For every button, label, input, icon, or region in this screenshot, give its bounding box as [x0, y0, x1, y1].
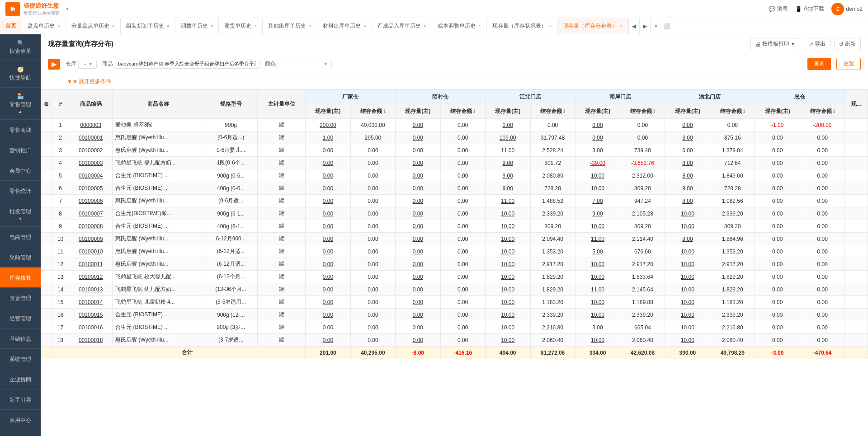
row-f-qty-14[interactable]: 0.00 — [306, 296, 351, 309]
tab-8[interactable]: 产成品入库单历史 × — [372, 18, 432, 34]
row-yb-qty-16[interactable]: 10.00 — [665, 321, 710, 334]
row-code-13[interactable]: 00100013 — [69, 283, 113, 296]
row-v-qty-14[interactable]: 0.00 — [395, 296, 440, 309]
row-na-qty-5[interactable]: 10.00 — [575, 182, 620, 195]
sidebar-item-search[interactable]: 🔍 搜索英单 — [0, 34, 41, 61]
row-na-qty-8[interactable]: 10.00 — [575, 220, 620, 233]
sidebar-item-finance[interactable]: 资金管理 — [0, 288, 41, 308]
tab-7-close[interactable]: × — [363, 23, 366, 28]
row-yb-qty-2[interactable]: 6.00 — [665, 144, 710, 157]
sidebar-item-app-center[interactable]: 应用中心 — [0, 410, 41, 430]
row-na-qty-14[interactable]: 10.00 — [575, 296, 620, 309]
row-f-qty-1[interactable]: 1.00 — [306, 131, 351, 144]
sidebar-item-basic-info[interactable]: 基础信息 — [0, 328, 41, 349]
row-v-qty-10[interactable]: 0.00 — [395, 245, 440, 258]
tab-9-close[interactable]: × — [478, 23, 481, 28]
row-yb-qty-13[interactable]: 10.00 — [665, 283, 710, 296]
row-f-qty-15[interactable]: 0.00 — [306, 309, 351, 321]
sidebar-item-guide[interactable]: 新手引导 — [0, 389, 41, 410]
nav-left-arrow[interactable]: ◀ — [629, 18, 640, 34]
v-amt-info-icon[interactable]: ℹ — [473, 109, 475, 114]
row-yb-qty-3[interactable]: 8.00 — [665, 157, 710, 169]
tab-home[interactable]: 首页 — [0, 18, 22, 34]
row-na-qty-1[interactable]: 0.00 — [575, 131, 620, 144]
row-f-qty-2[interactable]: 0.00 — [306, 144, 351, 157]
product-input[interactable] — [115, 60, 259, 69]
row-yb-qty-0[interactable]: 0.00 — [665, 119, 710, 131]
row-v-qty-7[interactable]: 0.00 — [395, 207, 440, 220]
tab-4-close[interactable]: × — [211, 23, 213, 28]
row-jb-qty-12[interactable]: 10.00 — [485, 271, 530, 283]
row-v-qty-3[interactable]: 0.00 — [395, 157, 440, 169]
sidebar-item-wholesale[interactable]: 批发管理 ▼ — [0, 201, 41, 227]
row-jb-qty-3[interactable]: 9.00 — [485, 157, 530, 169]
row-na-qty-0[interactable]: 0.00 — [575, 119, 620, 131]
row-jb-qty-5[interactable]: 9.00 — [485, 182, 530, 195]
row-code-7[interactable]: 00100007 — [69, 207, 113, 220]
row-na-qty-10[interactable]: 5.00 — [575, 245, 620, 258]
nav-expand[interactable]: ⬜ — [661, 18, 672, 34]
sidebar-item-inventory[interactable]: 库存核算 — [0, 267, 41, 288]
row-f-qty-3[interactable]: 0.00 — [306, 157, 351, 169]
t-amt-info-icon[interactable]: ℹ — [833, 109, 835, 114]
row-jb-qty-6[interactable]: 11.00 — [485, 195, 530, 207]
query-btn[interactable]: 查询 — [807, 58, 831, 70]
sidebar-item-purchase[interactable]: 采购管理 — [0, 247, 41, 267]
row-yb-qty-7[interactable]: 10.00 — [665, 207, 710, 220]
row-f-qty-10[interactable]: 0.00 — [306, 245, 351, 258]
row-na-qty-7[interactable]: 9.00 — [575, 207, 620, 220]
row-f-qty-5[interactable]: 0.00 — [306, 182, 351, 195]
app-download-btn[interactable]: 📱 App下载 — [795, 5, 824, 13]
row-jb-qty-16[interactable]: 10.00 — [485, 321, 530, 334]
row-na-qty-15[interactable]: 10.00 — [575, 309, 620, 321]
nav-close-all[interactable]: × — [651, 18, 661, 34]
row-v-qty-9[interactable]: 0.00 — [395, 233, 440, 245]
row-v-qty-13[interactable]: 0.00 — [395, 283, 440, 296]
tab-1[interactable]: 盘点单历史 × — [22, 18, 66, 34]
row-v-qty-2[interactable]: 0.00 — [395, 144, 440, 157]
row-na-qty-9[interactable]: 11.00 — [575, 233, 620, 245]
row-yb-qty-1[interactable]: 3.00 — [665, 131, 710, 144]
row-jb-qty-7[interactable]: 10.00 — [485, 207, 530, 220]
row-yb-qty-12[interactable]: 10.00 — [665, 271, 710, 283]
row-v-qty-8[interactable]: 0.00 — [395, 220, 440, 233]
row-jb-qty-13[interactable]: 10.00 — [485, 283, 530, 296]
row-code-3[interactable]: 00100003 — [69, 157, 113, 169]
row-code-9[interactable]: 00100009 — [69, 233, 113, 245]
row-yb-qty-9[interactable]: 9.00 — [665, 233, 710, 245]
f-amt-info-icon[interactable]: ℹ — [384, 109, 386, 114]
row-yb-qty-10[interactable]: 10.00 — [665, 245, 710, 258]
row-na-qty-13[interactable]: 11.00 — [575, 283, 620, 296]
sidebar-item-online-store[interactable]: 零售商城 — [0, 120, 41, 140]
row-v-qty-11[interactable]: 0.00 — [395, 258, 440, 271]
tab-5[interactable]: 要货单历史 × — [219, 18, 263, 34]
tab-11[interactable]: 现存量（库存分布表） × — [557, 18, 628, 34]
row-f-qty-4[interactable]: 0.00 — [306, 169, 351, 182]
row-code-0[interactable]: 0000003 — [69, 119, 113, 131]
row-yb-qty-15[interactable]: 10.00 — [665, 309, 710, 321]
nav-right-arrow[interactable]: ▶ — [640, 18, 651, 34]
tab-2[interactable]: 分量盘点单历史 × — [66, 18, 121, 34]
sidebar-item-marketing[interactable]: 营销推广 — [0, 140, 41, 160]
tab-3-close[interactable]: × — [167, 23, 170, 28]
na-amt-info-icon[interactable]: ℹ — [653, 109, 655, 114]
row-na-qty-4[interactable]: 10.00 — [575, 169, 620, 182]
yb-amt-info-icon[interactable]: ℹ — [743, 109, 745, 114]
row-na-qty-2[interactable]: 3.00 — [575, 144, 620, 157]
row-f-qty-11[interactable]: 0.00 — [306, 258, 351, 271]
tab-7[interactable]: 材料出库单历史 × — [317, 18, 372, 34]
row-yb-qty-11[interactable]: 10.00 — [665, 258, 710, 271]
refresh-btn[interactable]: ↺ 刷新 — [834, 38, 861, 50]
tab-10[interactable]: 现存量（库存状况表） × — [487, 18, 558, 34]
table-wrapper[interactable]: ⚙ # 商品编码 商品名称 规格型号 主计量单位 厂家仓 陌村仓 江北门店 南岸… — [41, 89, 868, 436]
row-jb-qty-0[interactable]: 0.00 — [485, 119, 530, 131]
export-btn[interactable]: ↗ 导出 — [804, 38, 830, 50]
sidebar-item-operations[interactable]: 经营管理 — [0, 308, 41, 328]
row-f-qty-6[interactable]: 0.00 — [306, 195, 351, 207]
row-v-qty-1[interactable]: 0.00 — [395, 131, 440, 144]
jb-amt-info-icon[interactable]: ℹ — [563, 109, 565, 114]
row-code-17[interactable]: 00100018 — [69, 334, 113, 347]
color-input[interactable]: ▼ — [278, 60, 332, 68]
tab-8-close[interactable]: × — [424, 23, 426, 28]
row-v-qty-4[interactable]: 0.00 — [395, 169, 440, 182]
